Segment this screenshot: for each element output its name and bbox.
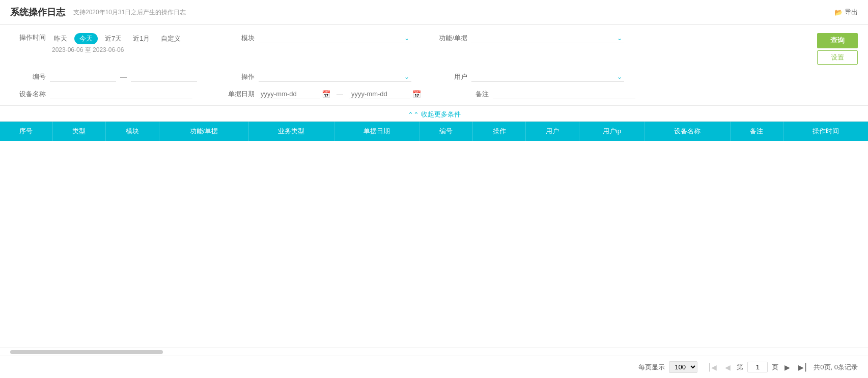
time-range: 2023-06-06 至 2023-06-06 [52, 46, 185, 54]
col-biztype: 业务类型 [249, 122, 334, 141]
page-text: 第 [737, 363, 743, 372]
settings-button[interactable]: 设置 [817, 50, 858, 65]
device-input[interactable] [50, 89, 192, 99]
first-page-button[interactable]: ⎮◀ [706, 362, 719, 372]
col-seqno: 序号 [0, 122, 52, 141]
scrollbar-thumb[interactable] [10, 350, 163, 354]
pagination-bar: 每页显示 50 100 200 ⎮◀ ◀ 第 页 ▶ ▶⎮ 共0页, 0条记录 [0, 356, 868, 378]
scrollbar-area[interactable] [0, 347, 868, 356]
date-separator: — [337, 91, 343, 98]
col-user: 用户 [526, 122, 579, 141]
col-userip: 用户ip [579, 122, 645, 141]
col-remark: 备注 [730, 122, 783, 141]
col-function: 功能/单据 [159, 122, 248, 141]
export-button[interactable]: 📂 导出 [834, 8, 858, 17]
prev-page-button[interactable]: ◀ [723, 362, 733, 372]
next-page-button[interactable]: ▶ [782, 362, 792, 372]
page-size-select[interactable]: 50 100 200 [669, 361, 697, 373]
calendar-from-icon[interactable]: 📅 [322, 90, 330, 98]
table-header-row: 序号 类型 模块 功能/单据 业务类型 单据日期 编号 操作 用户 用户ip 设… [0, 122, 868, 141]
col-module: 模块 [106, 122, 159, 141]
device-label: 设备名称 [10, 90, 46, 99]
number-to-input[interactable] [131, 72, 197, 82]
number-separator: — [120, 73, 127, 81]
date-from-input[interactable] [259, 89, 320, 99]
total-info: 共0页, 0条记录 [814, 363, 858, 372]
collapse-up-icon: ⌃⌃ [408, 111, 419, 119]
time-btn-7days[interactable]: 近7天 [101, 33, 126, 44]
col-date: 单据日期 [334, 122, 419, 141]
empty-area [0, 141, 868, 319]
operation-select[interactable] [259, 72, 411, 81]
voucher-date-label: 单据日期 [219, 90, 255, 99]
remark-label: 备注 [453, 90, 489, 99]
collapse-row: ⌃⌃ 收起更多条件 [0, 106, 868, 122]
col-type: 类型 [52, 122, 105, 141]
page-label: 页 [772, 363, 778, 372]
page-number-input[interactable] [747, 362, 768, 372]
col-number: 编号 [419, 122, 472, 141]
col-device: 设备名称 [645, 122, 730, 141]
query-button[interactable]: 查询 [817, 33, 858, 48]
function-label: 功能/单据 [432, 34, 467, 43]
table-container: 序号 类型 模块 功能/单据 业务类型 单据日期 编号 操作 用户 用户ip 设… [0, 122, 868, 347]
col-operation: 操作 [472, 122, 525, 141]
user-select[interactable] [471, 72, 624, 81]
time-label: 操作时间 [10, 33, 46, 42]
remark-input[interactable] [493, 89, 635, 99]
operation-label: 操作 [219, 72, 255, 81]
user-label: 用户 [432, 72, 467, 81]
last-page-button[interactable]: ▶⎮ [796, 362, 809, 372]
date-to-input[interactable] [349, 89, 410, 99]
page-size-label: 每页显示 [638, 363, 665, 372]
module-select[interactable] [259, 33, 411, 43]
function-select[interactable] [471, 33, 624, 43]
data-table: 序号 类型 模块 功能/单据 业务类型 单据日期 编号 操作 用户 用户ip 设… [0, 122, 868, 141]
time-btn-today[interactable]: 今天 [74, 33, 98, 44]
module-label: 模块 [219, 34, 255, 43]
col-optime: 操作时间 [783, 122, 868, 141]
page-subtitle: 支持2020年10月31日之后产生的操作日志 [73, 8, 186, 17]
number-from-input[interactable] [50, 72, 116, 82]
time-btn-custom[interactable]: 自定义 [157, 33, 185, 44]
page-title: 系统操作日志 [10, 6, 65, 18]
number-label: 编号 [10, 72, 46, 81]
time-btn-yesterday[interactable]: 昨天 [50, 33, 71, 44]
calendar-to-icon[interactable]: 📅 [412, 90, 421, 98]
collapse-button[interactable]: ⌃⌃ 收起更多条件 [408, 110, 461, 119]
time-btn-1month[interactable]: 近1月 [129, 33, 154, 44]
export-icon: 📂 [834, 9, 843, 16]
